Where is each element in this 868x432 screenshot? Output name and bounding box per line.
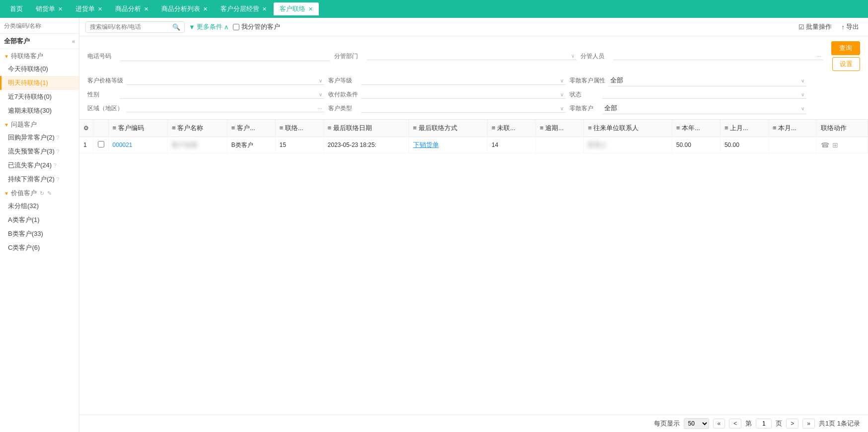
dept-select[interactable]: ∨ bbox=[367, 52, 577, 60]
batch-ops-btn[interactable]: ☑ 批量操作 bbox=[796, 21, 835, 33]
action-phone-icon[interactable]: ☎ bbox=[821, 141, 829, 149]
manager-label: 分管人员 bbox=[580, 52, 610, 61]
th-this-month[interactable]: ≡ 本月... bbox=[768, 120, 816, 137]
retail-customer-select[interactable]: 全部 ∨ bbox=[602, 103, 806, 114]
sidebar-item-overdue-pending[interactable]: 逾期未联络(30) bbox=[0, 104, 79, 118]
th-customer-name[interactable]: ≡ 客户名称 bbox=[168, 120, 227, 137]
th-settings[interactable]: ⚙ bbox=[79, 120, 93, 137]
filter-icon: ▼ bbox=[189, 23, 195, 31]
main-search-icon[interactable]: 🔍 bbox=[172, 23, 180, 31]
sidebar-item-declining[interactable]: 持续下滑客户(2) ? bbox=[0, 172, 79, 186]
main-search-input[interactable] bbox=[90, 23, 170, 30]
nav-tab-customer-contact[interactable]: 客户联络 ✕ bbox=[274, 2, 319, 15]
nav-tab-analysis-close[interactable]: ✕ bbox=[144, 6, 148, 12]
help-icon-churn-warning[interactable]: ? bbox=[56, 148, 59, 154]
row-this-year: 50.00 bbox=[672, 137, 720, 153]
nav-tab-customer-contact-close[interactable]: ✕ bbox=[308, 6, 313, 12]
phone-input[interactable] bbox=[120, 52, 330, 61]
sidebar-item-type-a[interactable]: A类客户(1) bbox=[0, 213, 79, 227]
sidebar-item-7days-pending[interactable]: 近7天待联络(0) bbox=[0, 90, 79, 104]
nav-tab-sale-close[interactable]: ✕ bbox=[58, 6, 63, 12]
sidebar-item-type-b[interactable]: B类客户(33) bbox=[0, 227, 79, 241]
th-no-contact-days[interactable]: ≡ 未联... bbox=[487, 120, 535, 137]
sidebar-item-repurchase-abnormal[interactable]: 回购异常客户(2) ? bbox=[0, 131, 79, 144]
sidebar-item-churned[interactable]: 已流失客户(24) ? bbox=[0, 158, 79, 172]
nav-tab-analysis[interactable]: 商品分析 ✕ bbox=[109, 2, 154, 15]
th-overdue[interactable]: ≡ 逾期... bbox=[536, 120, 584, 137]
sidebar-item-churn-warning[interactable]: 流失预警客户(3) ? bbox=[0, 144, 79, 158]
customer-level-select[interactable]: ∨ bbox=[361, 77, 565, 85]
th-last-contact-method[interactable]: ≡ 最后联络方式 bbox=[409, 120, 487, 137]
value-triangle-icon: ▼ bbox=[4, 191, 9, 196]
export-btn[interactable]: ↑ 导出 bbox=[839, 21, 863, 33]
th-customer-code[interactable]: ≡ 客户编码 bbox=[108, 120, 168, 137]
th-contact-person[interactable]: ≡ 往来单位联系人 bbox=[584, 120, 672, 137]
th-last-contact-date[interactable]: ≡ 最后联络日期 bbox=[323, 120, 409, 137]
help-icon-repurchase[interactable]: ? bbox=[56, 135, 59, 141]
retail-attr-select[interactable]: 全部 ∨ bbox=[608, 75, 806, 86]
set-button[interactable]: 设置 bbox=[832, 57, 860, 71]
price-level-select[interactable]: ∨ bbox=[126, 77, 324, 85]
row-checkbox[interactable] bbox=[93, 137, 108, 153]
sidebar-item-unclassified[interactable]: 未分组(32) bbox=[0, 199, 79, 213]
row-checkbox-input[interactable] bbox=[98, 141, 104, 147]
gender-label: 性别 bbox=[87, 90, 117, 99]
next-page-btn[interactable]: > bbox=[786, 419, 798, 429]
status-select[interactable]: ∨ bbox=[602, 91, 806, 99]
manager-ellipsis[interactable]: ··· bbox=[816, 53, 821, 60]
page-number-input[interactable] bbox=[756, 419, 772, 429]
th-last-month[interactable]: ≡ 上月... bbox=[720, 120, 768, 137]
sidebar-search-area: 🔍 bbox=[0, 18, 79, 34]
status-chevron-icon: ∨ bbox=[801, 92, 804, 97]
nav-tab-purchase-close[interactable]: ✕ bbox=[98, 6, 102, 12]
prev-page-btn[interactable]: < bbox=[729, 419, 741, 429]
th-last-month-label: ≡ 上月... bbox=[724, 124, 748, 132]
sidebar-all-customers[interactable]: 全部客户 « bbox=[0, 34, 79, 49]
gender-select[interactable]: ∨ bbox=[120, 91, 324, 99]
nav-tab-customer-contact-label: 客户联络 bbox=[280, 4, 305, 13]
action-grid-icon[interactable]: ⊞ bbox=[832, 141, 838, 149]
table-header-row: ⚙ ≡ 客户编码 ≡ 客户名称 ≡ 客户... ≡ 联络... bbox=[79, 120, 868, 137]
sidebar-item-type-c[interactable]: C类客户(6) bbox=[0, 241, 79, 255]
sidebar-item-tomorrow-pending[interactable]: 明天待联络(1) bbox=[0, 76, 79, 90]
row-last-method-link[interactable]: 下销货单 bbox=[413, 141, 439, 148]
help-icon-churned[interactable]: ? bbox=[53, 162, 56, 168]
customer-type-chevron-icon: ∨ bbox=[560, 106, 564, 111]
th-contact-count[interactable]: ≡ 联络... bbox=[275, 120, 323, 137]
payment-select[interactable]: ∨ bbox=[361, 91, 565, 99]
region-label: 区域（地区） bbox=[87, 104, 123, 113]
total-records-label: 共1页 1条记录 bbox=[819, 419, 860, 428]
help-icon-declining[interactable]: ? bbox=[56, 176, 59, 182]
query-button[interactable]: 查询 bbox=[831, 41, 860, 55]
my-customers-checkbox[interactable] bbox=[233, 24, 239, 30]
row-code[interactable]: 000021 bbox=[108, 137, 168, 153]
filter-price-level: 客户价格等级 ∨ bbox=[87, 76, 324, 85]
per-page-select[interactable]: 50 100 200 bbox=[684, 418, 709, 429]
region-ellipsis[interactable]: ··· bbox=[317, 105, 322, 112]
sidebar-item-today-pending[interactable]: 今天待联络(0) bbox=[0, 62, 79, 76]
refresh-value-icon[interactable]: ↻ bbox=[40, 190, 44, 197]
nav-tab-analysis-list-close[interactable]: ✕ bbox=[203, 6, 208, 12]
nav-tab-purchase[interactable]: 进货单 ✕ bbox=[70, 2, 108, 15]
row-type: B类客户 bbox=[227, 137, 275, 153]
nav-tab-customer-ops-close[interactable]: ✕ bbox=[262, 6, 267, 12]
edit-value-icon[interactable]: ✎ bbox=[47, 190, 52, 197]
more-conditions-btn[interactable]: ▼ 更多条件 ∧ bbox=[189, 22, 229, 31]
customer-level-chevron-icon: ∨ bbox=[560, 78, 564, 83]
th-contact-count-label: ≡ 联络... bbox=[280, 124, 303, 132]
nav-tab-sale[interactable]: 销货单 ✕ bbox=[30, 2, 69, 15]
row-last-method[interactable]: 下销货单 bbox=[409, 137, 487, 153]
row-actions: ☎ ⊞ bbox=[816, 137, 868, 153]
nav-tab-customer-ops[interactable]: 客户分层经营 ✕ bbox=[215, 2, 273, 15]
customer-type-select[interactable]: ∨ bbox=[361, 105, 565, 113]
first-page-btn[interactable]: « bbox=[713, 419, 725, 429]
collapse-sidebar-icon[interactable]: « bbox=[72, 38, 75, 44]
my-customers-checkbox-label[interactable]: 我分管的客户 bbox=[233, 22, 280, 31]
sidebar-search-input[interactable] bbox=[4, 22, 78, 29]
th-this-year[interactable]: ≡ 本年... bbox=[672, 120, 720, 137]
nav-tab-analysis-list[interactable]: 商品分析列表 ✕ bbox=[155, 2, 214, 15]
last-page-btn[interactable]: » bbox=[802, 419, 815, 429]
th-customer-type[interactable]: ≡ 客户... bbox=[227, 120, 275, 137]
nav-home[interactable]: 首页 bbox=[4, 2, 29, 15]
row-name[interactable]: 客户名称 bbox=[168, 137, 227, 153]
